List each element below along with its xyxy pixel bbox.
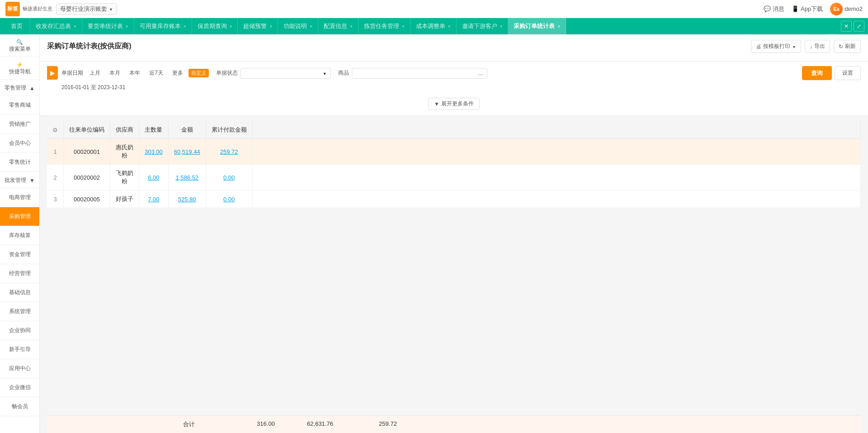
tab-yaohuo[interactable]: 要货单统计表 ×	[82, 18, 134, 34]
row-quantity[interactable]: 6.00	[139, 165, 169, 190]
tab-yaoqing-close[interactable]: ×	[500, 24, 503, 29]
shortcut-this-year[interactable]: 本年	[126, 68, 144, 78]
user-area[interactable]: Ea demo2	[830, 3, 863, 15]
row-quantity[interactable]: 7.00	[139, 190, 169, 208]
tab-keyong[interactable]: 可用量库存账本 ×	[134, 18, 192, 34]
tab-chaochuyujing[interactable]: 超储预警 ×	[238, 18, 278, 34]
workspace-name: 母婴行业演示账套	[60, 5, 107, 13]
tab-yaohuo-close[interactable]: ×	[126, 24, 128, 29]
sidebar-item-pifa[interactable]: 批发管理 ▼	[0, 172, 39, 188]
nav-expand-btn[interactable]: ⤢	[854, 21, 864, 32]
shortcut-7days[interactable]: 近7天	[146, 68, 167, 78]
row-paid[interactable]: 0.00	[206, 190, 252, 208]
sidebar-item-changhui[interactable]: 畅会员	[0, 397, 39, 416]
expand-btn[interactable]: ▼ 展开更多条件	[428, 98, 480, 110]
tab-pihuo-close[interactable]: ×	[402, 24, 405, 29]
tab-chaochuyujing-close[interactable]: ×	[269, 24, 272, 29]
date-shortcuts: 上月 本月 本年 近7天 更多 自定义	[86, 68, 209, 78]
nav-close-btn[interactable]: ✕	[841, 21, 852, 32]
row-supplier: 飞鹤奶粉	[110, 165, 139, 190]
goods-more-icon: …	[478, 70, 483, 76]
table-row[interactable]: 3 00020005 好孩子 7.00 525.80 0.00	[47, 190, 861, 208]
tab-caigou-label: 采购订单统计表	[514, 22, 555, 30]
sidebar-item-lingshoucheng[interactable]: 零售商城	[0, 96, 39, 115]
sidebar-item-xinshou[interactable]: 新手引导	[0, 340, 39, 359]
tab-keyong-close[interactable]: ×	[184, 24, 186, 29]
tab-peizhi[interactable]: 配置信息 ×	[318, 18, 359, 34]
sidebar-item-caigouguan[interactable]: 采购管理	[0, 207, 39, 226]
sidebar-item-yingyong[interactable]: 应用中心	[0, 359, 39, 378]
tab-gongneng[interactable]: 功能说明 ×	[278, 18, 318, 34]
export-btn[interactable]: ↓ 导出	[805, 40, 830, 53]
filter-row-date: 2016-01-01 至 2023-12-31	[61, 84, 861, 91]
tab-shoufa-label: 收发存汇总表	[36, 22, 71, 30]
filter-toggle-arrow[interactable]: ▶	[47, 66, 58, 80]
tab-pihuo[interactable]: 拣货任务管理 ×	[359, 18, 410, 34]
tab-peizhi-label: 配置信息	[324, 22, 347, 30]
message-btn[interactable]: 💬 消息	[764, 5, 784, 13]
sidebar-item-lingshouguan[interactable]: 零售管理 ▲	[0, 80, 39, 96]
row-amount[interactable]: 1,586.52	[168, 165, 206, 190]
sidebar-item-zijin[interactable]: 资金管理	[0, 245, 39, 264]
tab-caigou[interactable]: 采购订单统计表 ×	[508, 18, 566, 34]
row-amount[interactable]: 525.80	[168, 190, 206, 208]
print-icon: 🖨	[756, 43, 761, 50]
table-row[interactable]: 2 00020002 飞鹤奶粉 6.00 1,586.52 0.00	[47, 165, 861, 190]
sidebar-item-qiyexietong[interactable]: 企业协同	[0, 321, 39, 340]
sidebar-item-kucunhejia[interactable]: 库存核算	[0, 226, 39, 245]
row-quantity[interactable]: 303.00	[139, 139, 169, 165]
tab-caigou-close[interactable]: ×	[557, 24, 560, 29]
app-download-btn[interactable]: 📱 App下载	[792, 5, 823, 13]
goods-input[interactable]: …	[352, 68, 487, 79]
tab-peizhi-close[interactable]: ×	[350, 24, 353, 29]
settings-btn[interactable]: 设置	[835, 66, 861, 80]
sidebar-item-xitong[interactable]: 系统管理	[0, 302, 39, 321]
tab-gongneng-close[interactable]: ×	[310, 24, 312, 29]
row-amount[interactable]: 60,519.44	[168, 139, 206, 165]
page-title: 采购订单统计表(按供应商)	[47, 42, 132, 51]
workspace-selector[interactable]: 母婴行业演示账套	[56, 3, 117, 15]
sidebar-item-jingying[interactable]: 经营管理	[0, 264, 39, 283]
app-icon: 📱	[792, 5, 799, 12]
query-btn[interactable]: 查询	[802, 66, 832, 80]
sidebar-item-qiyeweixin[interactable]: 企业微信	[0, 378, 39, 397]
tab-shoufa-close[interactable]: ×	[74, 24, 76, 29]
tab-baozhiqi[interactable]: 保质期查询 ×	[192, 18, 238, 34]
tab-yaoqing[interactable]: 邀请下游客户 ×	[457, 18, 509, 34]
message-icon: 💬	[764, 5, 771, 12]
tab-home[interactable]: 首页	[4, 18, 30, 34]
workspace-chevron	[109, 5, 113, 12]
table-header-settings[interactable]: ⚙	[47, 121, 64, 139]
tab-shoufa[interactable]: 收发存汇总表 ×	[30, 18, 82, 34]
shortcut-last-month[interactable]: 上月	[86, 68, 104, 78]
sidebar-item-yingxiao[interactable]: 营销推广	[0, 115, 39, 134]
sidebar-item-huiyuan[interactable]: 会员中心	[0, 134, 39, 153]
row-paid[interactable]: 0.00	[206, 165, 252, 190]
sidebar-item-dianshangguan[interactable]: 电商管理	[0, 188, 39, 207]
status-select[interactable]	[241, 68, 331, 79]
tab-baozhiqi-close[interactable]: ×	[230, 24, 232, 29]
sidebar-item-jichu[interactable]: 基础信息	[0, 283, 39, 302]
print-btn[interactable]: 🖨 按模板打印	[751, 40, 801, 53]
refresh-btn[interactable]: ↻ 刷新	[834, 40, 861, 53]
top-bar-right: 💬 消息 📱 App下载 Ea demo2	[764, 3, 863, 15]
footer-quantity: 316.00	[239, 420, 293, 428]
logo-icon: 标签	[5, 2, 20, 16]
row-paid[interactable]: 259.72	[206, 139, 252, 165]
data-table: ⚙ 往来单位编码 供应商 主数量 金额 累计付款金额 1 00020001 惠氏…	[47, 121, 861, 208]
sidebar-search[interactable]: 🔍 搜索菜单	[0, 34, 39, 57]
sidebar-item-lingshoutongji[interactable]: 零售统计	[0, 153, 39, 172]
shortcut-this-month[interactable]: 本月	[106, 68, 124, 78]
tab-chengben[interactable]: 成本调整单 ×	[410, 18, 457, 34]
row-code: 00020005	[64, 190, 110, 208]
status-label: 单据状态	[216, 69, 238, 77]
goods-filter: 商品 …	[338, 68, 487, 79]
custom-badge[interactable]: 自定义	[189, 69, 209, 77]
sidebar-quick-nav[interactable]: ⚡ 快捷导航	[0, 57, 39, 80]
tab-chengben-close[interactable]: ×	[448, 24, 451, 29]
shortcut-more[interactable]: 更多	[169, 68, 187, 78]
home-tab-label: 首页	[11, 22, 23, 30]
export-icon: ↓	[810, 43, 812, 50]
table-row[interactable]: 1 00020001 惠氏奶粉 303.00 60,519.44 259.72	[47, 139, 861, 165]
tab-chaochuyujing-label: 超储预警	[243, 22, 267, 30]
